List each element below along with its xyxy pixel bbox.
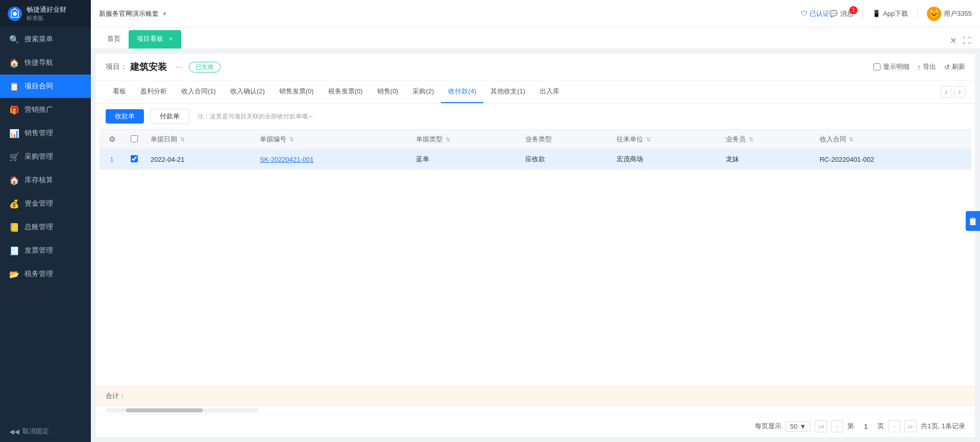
subtab-collection[interactable]: 收付款(4) bbox=[441, 81, 483, 103]
receipt-tab-button[interactable]: 收款单 bbox=[106, 109, 144, 124]
sort-date-icon[interactable]: ⇅ bbox=[180, 136, 185, 142]
sidebar-item-sales[interactable]: 📊 销售管理 bbox=[0, 121, 91, 145]
sidebar-item-finance[interactable]: 💰 资金管理 bbox=[0, 192, 91, 215]
divider bbox=[863, 9, 863, 19]
user-avatar: 🐱 bbox=[927, 7, 941, 21]
invoice-icon: 🧾 bbox=[9, 245, 19, 256]
prev-page-button[interactable]: ‹ bbox=[831, 420, 843, 432]
message-button[interactable]: 💬 消息 1 bbox=[829, 9, 853, 18]
row-income-contract: RC-20220401-002 bbox=[814, 150, 971, 169]
subtab-other-expense[interactable]: 其他收支(1) bbox=[483, 81, 532, 103]
message-icon: 💬 bbox=[829, 10, 838, 17]
right-float-button[interactable]: 📋 bbox=[966, 211, 980, 231]
tab-project-board[interactable]: 项目看板 ✕ bbox=[129, 30, 181, 48]
refresh-button[interactable]: ↺ 刷新 bbox=[944, 62, 965, 71]
project-status-badge: 已生效 bbox=[189, 62, 220, 72]
project-header: 项目： 建筑安装 ··· 已生效 显示明细 ↑ 导出 ↺ 刷新 bbox=[95, 54, 975, 81]
account-selector[interactable]: 新服务官网演示账套 ▼ bbox=[99, 9, 789, 18]
col-date: 单据日期 ⇅ bbox=[144, 130, 254, 150]
export-button[interactable]: ↑ 导出 bbox=[918, 62, 937, 71]
col-biz-type: 业务类型 bbox=[519, 130, 610, 150]
sidebar-item-purchase[interactable]: 🛒 采购管理 bbox=[0, 145, 91, 168]
certified-badge: 🛡 已认证 bbox=[801, 9, 829, 18]
sort-salesperson-icon[interactable]: ⇅ bbox=[749, 136, 753, 142]
settings-icon[interactable]: ⚙ bbox=[109, 135, 115, 143]
show-detail-input[interactable] bbox=[873, 63, 880, 70]
purchase-icon: 🛒 bbox=[9, 152, 19, 162]
project-name: 建筑安装 bbox=[130, 61, 167, 73]
sidebar-item-label: 项目合同 bbox=[24, 82, 53, 91]
subtab-tax-invoice[interactable]: 税务发票(0) bbox=[321, 81, 370, 103]
gift-icon: 🎁 bbox=[9, 105, 19, 115]
svg-point-2 bbox=[13, 12, 17, 16]
user-profile-button[interactable]: 🐱 用户3355 bbox=[927, 7, 972, 21]
sidebar: 畅捷通好业财 标准版 🔍 搜索菜单 🏠 快捷导航 📋 项目合同 🎁 营销推广 📊… bbox=[0, 0, 91, 442]
data-table: ⚙ 单据日期 ⇅ 单据编号 ⇅ bbox=[100, 129, 971, 169]
show-detail-checkbox[interactable]: 显示明细 bbox=[873, 62, 910, 71]
subtab-next-button[interactable]: › bbox=[954, 86, 965, 97]
first-page-button[interactable]: ⏮ bbox=[815, 420, 827, 432]
row-no-link[interactable]: SK-20220421-001 bbox=[260, 156, 314, 163]
unpin-button[interactable]: ◀◀ 取消固定 bbox=[0, 420, 91, 442]
select-all-checkbox[interactable] bbox=[131, 135, 138, 142]
row-select-checkbox[interactable] bbox=[131, 155, 138, 162]
horizontal-scrollbar[interactable] bbox=[106, 408, 259, 412]
maximize-window-button[interactable]: ⛶ bbox=[962, 35, 972, 46]
subtabs: 看板 盈利分析 收入合同(1) 收入确认(2) 销售发票(0) 税务发票(0) … bbox=[95, 81, 975, 104]
sidebar-item-general-ledger[interactable]: 📒 总账管理 bbox=[0, 215, 91, 239]
per-page-select[interactable]: 50 ▼ bbox=[786, 421, 811, 432]
search-icon: 🔍 bbox=[9, 34, 19, 44]
subtab-profit[interactable]: 盈利分析 bbox=[133, 81, 174, 103]
sidebar-item-label: 搜索菜单 bbox=[24, 35, 53, 44]
sidebar-item-label: 快捷导航 bbox=[24, 58, 53, 67]
subtab-kanban[interactable]: 看板 bbox=[106, 81, 133, 103]
col-doc-type: 单据类型 ⇅ bbox=[410, 130, 519, 150]
sort-contract-icon[interactable]: ⇅ bbox=[849, 136, 853, 142]
more-options-button[interactable]: ··· bbox=[175, 62, 183, 72]
sidebar-item-marketing[interactable]: 🎁 营销推广 bbox=[0, 98, 91, 121]
sidebar-item-invoice[interactable]: 🧾 发票管理 bbox=[0, 239, 91, 262]
subtab-inout-warehouse[interactable]: 出入库 bbox=[532, 81, 567, 103]
payment-tab-button[interactable]: 付款单 bbox=[150, 109, 189, 124]
subtab-income-contract[interactable]: 收入合同(1) bbox=[174, 81, 223, 103]
tabbar-actions: ✕ ⛶ bbox=[949, 35, 972, 48]
ledger-icon: 📒 bbox=[9, 222, 19, 232]
tab-home[interactable]: 首页 bbox=[99, 30, 129, 48]
tax-icon: 📂 bbox=[9, 269, 19, 279]
account-name: 新服务官网演示账套 bbox=[99, 9, 159, 18]
close-window-button[interactable]: ✕ bbox=[949, 35, 958, 46]
topbar: 新服务官网演示账套 ▼ 🛡 已认证 💬 消息 1 📱 App下载 🐱 用户335… bbox=[91, 0, 980, 28]
app-download-button[interactable]: 📱 App下载 bbox=[872, 9, 908, 18]
subtab-sales[interactable]: 销售(0) bbox=[370, 81, 406, 103]
page-end-label: 页 bbox=[877, 422, 884, 431]
sort-doctype-icon[interactable]: ⇅ bbox=[446, 136, 450, 142]
sidebar-item-label: 发票管理 bbox=[24, 246, 53, 255]
sidebar-item-quick-nav[interactable]: 🏠 快捷导航 bbox=[0, 51, 91, 75]
sidebar-item-search[interactable]: 🔍 搜索菜单 bbox=[0, 28, 91, 51]
sidebar-item-label: 采购管理 bbox=[24, 152, 53, 161]
total-bar: 合计： bbox=[95, 386, 975, 406]
sidebar-item-label: 销售管理 bbox=[24, 129, 53, 138]
scrollbar-thumb[interactable] bbox=[126, 408, 203, 412]
subtab-purchase[interactable]: 采购(2) bbox=[405, 81, 441, 103]
tab-close-icon[interactable]: ✕ bbox=[168, 36, 173, 42]
last-page-button[interactable]: ⏭ bbox=[904, 420, 917, 432]
col-partner: 往来单位 ⇅ bbox=[610, 130, 720, 150]
next-page-button[interactable]: › bbox=[888, 420, 900, 432]
subtab-income-confirm[interactable]: 收入确认(2) bbox=[223, 81, 272, 103]
table-header-row: ⚙ 单据日期 ⇅ 单据编号 ⇅ bbox=[100, 130, 971, 150]
shield-icon: 🛡 bbox=[801, 10, 807, 17]
sidebar-nav: 🔍 搜索菜单 🏠 快捷导航 📋 项目合同 🎁 营销推广 📊 销售管理 🛒 采购管… bbox=[0, 28, 91, 420]
sidebar-item-tax[interactable]: 📂 税务管理 bbox=[0, 262, 91, 286]
sidebar-item-inventory[interactable]: 🏠 库存核算 bbox=[0, 168, 91, 192]
table-wrapper: ⚙ 单据日期 ⇅ 单据编号 ⇅ bbox=[95, 129, 975, 386]
sort-no-icon[interactable]: ⇅ bbox=[289, 136, 294, 142]
page-number-input[interactable] bbox=[858, 423, 873, 430]
sidebar-item-project-contract[interactable]: 📋 项目合同 bbox=[0, 75, 91, 98]
subtab-prev-button[interactable]: ‹ bbox=[941, 86, 952, 97]
finance-icon: 💰 bbox=[9, 199, 19, 209]
subtab-sales-invoice[interactable]: 销售发票(0) bbox=[272, 81, 321, 103]
sort-partner-icon[interactable]: ⇅ bbox=[646, 136, 651, 142]
scrollbar-row bbox=[95, 406, 975, 414]
home-icon: 🏠 bbox=[9, 58, 19, 68]
